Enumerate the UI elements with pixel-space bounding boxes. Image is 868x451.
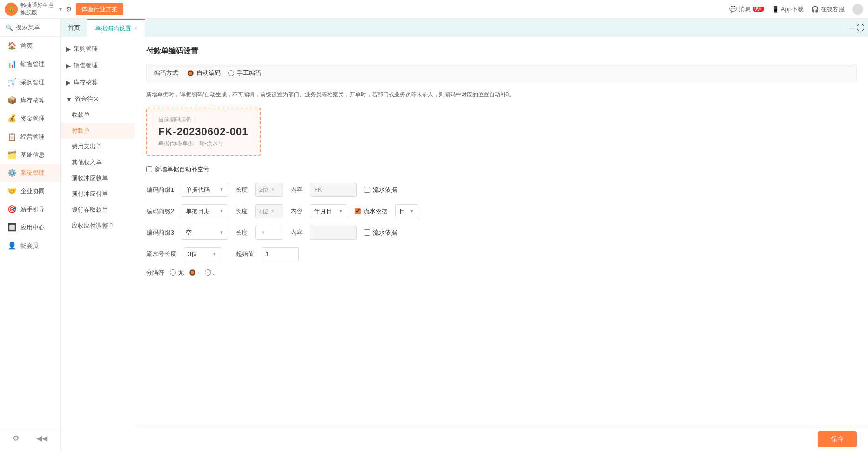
length2-label: 长度 [236, 207, 248, 215]
prefix2-select-arrow: ▼ [219, 209, 224, 214]
sidebar-item-other-income[interactable]: 其他收入单 [61, 155, 135, 170]
prefix1-label: 编码前缀1 [146, 186, 174, 194]
length2-arrow: ▼ [270, 209, 275, 214]
sidebar-item-expense[interactable]: 费用支出单 [61, 139, 135, 155]
prefix3-select-arrow: ▼ [219, 230, 224, 235]
separator-none-label[interactable]: 无 [170, 269, 184, 277]
length3-label: 长度 [236, 229, 248, 237]
content2-label: 内容 [290, 207, 303, 215]
separator-dash-radio[interactable] [189, 269, 195, 276]
prefix2-select[interactable]: 单据日期 ▼ [182, 204, 228, 218]
inventory-icon: 📦 [7, 96, 17, 105]
stream2-checkbox-group: 流水依据 [355, 207, 388, 215]
preview-sub: 单据代码-单据日期-流水号 [158, 140, 249, 148]
topbar-left: 🍀 畅捷通好生意 旗舰版 ▼ ⚙ 体验行业方案 [5, 2, 123, 16]
manual-encoding-radio[interactable] [228, 70, 234, 76]
tab-home[interactable]: 首页 [61, 19, 87, 37]
app-download-button[interactable]: 📱 App下载 [772, 5, 804, 13]
online-service-button[interactable]: 🎧 在线客服 [811, 5, 845, 13]
settings-icon[interactable]: ⚙ [66, 6, 72, 13]
content2-select[interactable]: 年月日 ▼ [310, 204, 347, 218]
stream2-period-select[interactable]: 日 ▼ [395, 204, 418, 218]
sidebar-item-payment[interactable]: 付款单 [61, 123, 135, 139]
prefix1-select[interactable]: 单据代码 ▼ [182, 183, 228, 197]
sidebar-item-apps[interactable]: 🔲 应用中心 [0, 218, 60, 236]
sidebar-settings-icon[interactable]: ⚙ [13, 434, 19, 443]
group-inventory-header[interactable]: ▶ 库存核算 [61, 74, 135, 90]
tab-maximize-icon[interactable]: ⛶ [857, 24, 864, 32]
sidebar-item-receipt[interactable]: 收款单 [61, 107, 135, 123]
save-button[interactable]: 保存 [818, 431, 857, 447]
separator-none-radio[interactable] [170, 269, 176, 276]
prefix3-select[interactable]: 空 ▼ [182, 226, 228, 240]
sidebar-collapse-icon[interactable]: ◀◀ [36, 434, 47, 443]
sidebar-item-guide[interactable]: 🎯 新手引导 [0, 200, 60, 218]
stream-length-select[interactable]: 3位 ▼ [184, 247, 221, 261]
base-icon: 🗂️ [7, 150, 17, 159]
sidebar-item-enterprise[interactable]: 🤝 企业协同 [0, 182, 60, 200]
group-purchase-header[interactable]: ▶ 采购管理 [61, 41, 135, 57]
start-value-input[interactable]: 1 [262, 247, 299, 261]
separator-dot-label[interactable]: . [205, 269, 215, 276]
stream-length-label: 流水号长度 [146, 250, 176, 258]
stream3-checkbox[interactable] [364, 229, 370, 236]
auto-fill-checkbox[interactable] [146, 166, 152, 172]
content3-value [310, 226, 357, 240]
group-sales-header[interactable]: ▶ 销售管理 [61, 58, 135, 74]
preview-label: 当前编码示例： [158, 116, 249, 124]
tabbar: 首页 单据编码设置 × — ⛶ [61, 19, 868, 37]
group-capital: ▼ 资金往来 收款单 付款单 费用支出单 其他收入单 预收冲应收单 预付冲应付单… [61, 91, 135, 234]
bottom-bar: 保存 [135, 427, 868, 451]
group-capital-header[interactable]: ▼ 资金往来 [61, 91, 135, 107]
length3-input[interactable]: ▼ [255, 226, 283, 240]
sidebar-bottom: ⚙ ◀◀ [0, 430, 60, 446]
group-sales: ▶ 销售管理 [61, 58, 135, 74]
tab-minimize-icon[interactable]: — [848, 24, 855, 32]
sidebar-item-home[interactable]: 🏠 首页 [0, 37, 60, 55]
sidebar-item-member[interactable]: 👤 畅会员 [0, 236, 60, 255]
main-layout: 🔍 搜索菜单 🏠 首页 📊 销售管理 🛒 采购管理 📦 库存 [0, 19, 868, 451]
search-menu[interactable]: 🔍 搜索菜单 [0, 19, 60, 37]
sidebar-item-ar-ap-adjust[interactable]: 应收应付调整单 [61, 218, 135, 234]
group-sales-label: 销售管理 [74, 61, 98, 70]
separator-dot-radio[interactable] [205, 269, 211, 276]
dropdown-arrow-icon[interactable]: ▼ [58, 6, 63, 13]
auto-encoding-label[interactable]: 自动编码 [188, 69, 221, 77]
tab-close-icon[interactable]: × [134, 25, 137, 32]
stream3-checkbox-group: 流水依据 [364, 229, 397, 237]
sidebar-item-base[interactable]: 🗂️ 基础信息 [0, 146, 60, 164]
stream1-checkbox[interactable] [364, 187, 370, 193]
sidebar-item-pre-pay[interactable]: 预付冲应付单 [61, 186, 135, 202]
apps-icon: 🔲 [7, 223, 17, 232]
auto-fill-label: 新增单据自动补空号 [155, 165, 209, 174]
group-inventory-arrow: ▶ [66, 79, 71, 86]
prefix-row-2: 编码前缀2 单据日期 ▼ 长度 8位 ▼ 内容 年月日 [146, 204, 857, 218]
sidebar-item-purchase[interactable]: 🛒 采购管理 [0, 73, 60, 91]
operation-icon: 📋 [7, 132, 17, 141]
sidebar-item-operation[interactable]: 📋 经营管理 [0, 128, 60, 146]
sidebar-item-bank[interactable]: 银行存取款单 [61, 202, 135, 218]
encoding-section: 编码方式 自动编码 手工编码 [146, 64, 857, 82]
sidebar-item-inventory[interactable]: 📦 库存核算 [0, 91, 60, 109]
guide-icon: 🎯 [7, 205, 17, 214]
manual-encoding-label[interactable]: 手工编码 [228, 69, 261, 77]
group-capital-label: 资金往来 [75, 95, 99, 103]
stream1-checkbox-group: 流水依据 [364, 186, 397, 194]
download-icon: 📱 [772, 6, 779, 13]
content2-arrow: ▼ [338, 209, 343, 214]
sidebar-item-pre-receive[interactable]: 预收冲应收单 [61, 170, 135, 186]
sidebar-item-system[interactable]: ⚙️ 系统管理 [0, 164, 60, 182]
tab-encoding-settings[interactable]: 单据编码设置 × [87, 19, 145, 37]
logo-icon: 🍀 [5, 3, 18, 16]
topbar-right: 💬 消息 99+ 📱 App下载 🎧 在线客服 [729, 4, 863, 15]
separator-dash-label[interactable]: - [189, 269, 199, 276]
content1-label: 内容 [290, 186, 303, 194]
sidebar-item-finance[interactable]: 💰 资金管理 [0, 109, 60, 128]
sidebar-item-sales[interactable]: 📊 销售管理 [0, 55, 60, 73]
trial-button[interactable]: 体验行业方案 [76, 3, 123, 15]
group-capital-arrow: ▼ [66, 96, 72, 103]
auto-encoding-radio[interactable] [188, 70, 194, 76]
user-avatar[interactable] [852, 4, 863, 15]
message-button[interactable]: 💬 消息 99+ [729, 5, 764, 13]
stream2-checkbox[interactable] [355, 208, 361, 214]
